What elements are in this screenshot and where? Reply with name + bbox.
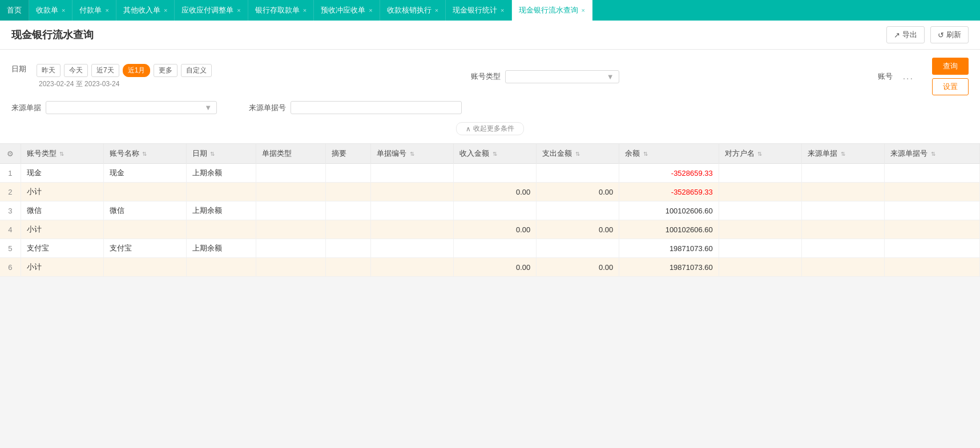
date-today[interactable]: 今天 [64, 64, 88, 77]
col-account-type-label: 账号类型 [27, 149, 57, 158]
cell-expense: 0.00 [537, 220, 619, 239]
col-summary-label: 摘要 [332, 149, 346, 158]
source-doc-no-input[interactable] [291, 101, 462, 114]
cell-source-doc [801, 201, 884, 220]
sort-icon-source-doc-no[interactable]: ⇅ [931, 151, 935, 157]
cell-source-doc-no [885, 239, 980, 258]
settings-button[interactable]: 设置 [932, 78, 969, 95]
cell-date [186, 258, 256, 277]
date-options-container: 昨天 今天 近7天 近1月 更多 自定义 2023-02-24 至 2023-0… [37, 64, 212, 89]
sort-icon-counterpart[interactable]: ⇅ [757, 151, 762, 157]
gear-icon[interactable]: ⚙ [7, 150, 14, 158]
date-custom[interactable]: 自定义 [181, 64, 212, 77]
date-range: 2023-02-24 至 2023-03-24 [39, 79, 212, 89]
sort-icon-doc-no[interactable]: ⇅ [410, 151, 414, 157]
cell-counterpart [719, 258, 801, 277]
date-filter-label: 日期 [11, 64, 32, 74]
cell-account-type: 小计 [21, 183, 103, 201]
col-source-doc: 来源单据 ⇅ [801, 144, 884, 164]
col-doc-type: 单据类型 [256, 144, 326, 164]
cell-doc-type [256, 258, 326, 277]
refresh-label: 刷新 [946, 30, 961, 40]
cell-doc-type [256, 183, 326, 201]
nav-prepay-offset[interactable]: 预收冲应收单 × [314, 0, 380, 21]
collapse-button[interactable]: ∧ 收起更多条件 [456, 122, 524, 135]
sort-icon-balance[interactable]: ⇅ [643, 151, 648, 157]
cell-counterpart [719, 220, 801, 239]
nav-receipt-close[interactable]: × [62, 7, 65, 14]
query-button[interactable]: 查询 [932, 58, 969, 75]
cell-doc-type [256, 239, 326, 258]
refresh-button[interactable]: ↺ 刷新 [930, 26, 969, 43]
nav-ar-ap-adjust-label: 应收应付调整单 [182, 5, 233, 15]
date-1month[interactable]: 近1月 [123, 64, 151, 77]
table-row[interactable]: 5 支付宝 支付宝 上期余额 19871073.60 [0, 239, 980, 258]
table-row[interactable]: 6 小计 0.00 0.00 19871073.60 [0, 258, 980, 277]
col-expense: 支出金额 ⇅ [537, 144, 619, 164]
cell-summary [326, 164, 371, 183]
sort-icon-account-type[interactable]: ⇅ [59, 151, 64, 157]
cell-summary [326, 239, 371, 258]
export-button[interactable]: ↗ 导出 [886, 26, 925, 43]
cell-source-doc-no [885, 258, 980, 277]
sort-icon-expense[interactable]: ⇅ [575, 151, 580, 157]
nav-bank-deposit-close[interactable]: × [303, 7, 306, 14]
cell-balance: -3528659.33 [619, 164, 719, 183]
col-counterpart-label: 对方户名 [725, 149, 755, 158]
nav-other-income-label: 其他收入单 [123, 5, 160, 15]
nav-ar-ap-adjust-close[interactable]: × [237, 7, 240, 14]
cell-account-name [103, 183, 186, 201]
date-more[interactable]: 更多 [154, 64, 178, 77]
nav-receipt-verify-close[interactable]: × [435, 7, 438, 14]
col-income-label: 收入金额 [459, 149, 489, 158]
nav-home[interactable]: 首页 [0, 0, 29, 21]
sort-icon-income[interactable]: ⇅ [493, 151, 497, 157]
nav-cash-bank-stat[interactable]: 现金银行统计 × [446, 0, 511, 21]
nav-other-income[interactable]: 其他收入单 × [116, 0, 175, 21]
nav-ar-ap-adjust[interactable]: 应收应付调整单 × [175, 0, 248, 21]
nav-cash-bank-flow-close[interactable]: × [582, 7, 585, 14]
cell-source-doc [801, 164, 884, 183]
col-balance: 余额 ⇅ [619, 144, 719, 164]
sort-icon-account-name[interactable]: ⇅ [142, 151, 147, 157]
table-row[interactable]: 4 小计 0.00 0.00 100102606.60 [0, 220, 980, 239]
nav-payment[interactable]: 付款单 × [72, 0, 116, 21]
nav-prepay-offset-close[interactable]: × [369, 7, 372, 14]
filter-action-buttons: 查询 设置 [932, 58, 969, 95]
col-account-name-label: 账号名称 [110, 149, 139, 158]
source-doc-select[interactable]: ▼ [46, 101, 217, 114]
date-yesterday[interactable]: 昨天 [37, 64, 61, 77]
table-row[interactable]: 2 小计 0.00 0.00 -3528659.33 [0, 183, 980, 201]
cell-expense [537, 164, 619, 183]
cell-balance: 19871073.60 [619, 239, 719, 258]
nav-payment-close[interactable]: × [105, 7, 108, 14]
date-options: 昨天 今天 近7天 近1月 更多 自定义 [37, 64, 212, 77]
cell-account-name: 支付宝 [103, 239, 186, 258]
account-type-select[interactable]: ▼ [505, 70, 619, 83]
table-row[interactable]: 1 现金 现金 上期余额 -3528659.33 [0, 164, 980, 183]
date-filter-group: 日期 昨天 今天 近7天 近1月 更多 自定义 2023-02-24 至 202… [11, 64, 212, 89]
col-account-type: 账号类型 ⇅ [21, 144, 103, 164]
nav-cash-bank-stat-close[interactable]: × [501, 7, 504, 14]
col-source-doc-no-label: 来源单据号 [890, 149, 927, 158]
nav-other-income-close[interactable]: × [164, 7, 167, 14]
cell-source-doc-no [885, 183, 980, 201]
cell-balance: 19871073.60 [619, 258, 719, 277]
nav-cash-bank-flow[interactable]: 现金银行流水查询 × [512, 0, 592, 21]
sort-icon-source-doc[interactable]: ⇅ [841, 151, 845, 157]
nav-bank-deposit[interactable]: 银行存取款单 × [248, 0, 314, 21]
table-container: ⚙ 账号类型 ⇅ 账号名称 ⇅ 日期 ⇅ 单据类型 摘要 [0, 144, 980, 277]
account-dots[interactable]: ... [903, 71, 914, 82]
refresh-icon: ↺ [938, 31, 944, 39]
table-row[interactable]: 3 微信 微信 上期余额 100102606.60 [0, 201, 980, 220]
date-7days[interactable]: 近7天 [91, 64, 119, 77]
cell-source-doc [801, 183, 884, 201]
cell-source-doc [801, 258, 884, 277]
cell-source-doc [801, 239, 884, 258]
nav-receipt[interactable]: 收款单 × [29, 0, 72, 21]
nav-receipt-verify[interactable]: 收款核销执行 × [380, 0, 446, 21]
cell-doc-type [256, 164, 326, 183]
col-income: 收入金额 ⇅ [454, 144, 537, 164]
data-table: ⚙ 账号类型 ⇅ 账号名称 ⇅ 日期 ⇅ 单据类型 摘要 [0, 144, 980, 277]
sort-icon-date[interactable]: ⇅ [210, 151, 215, 157]
